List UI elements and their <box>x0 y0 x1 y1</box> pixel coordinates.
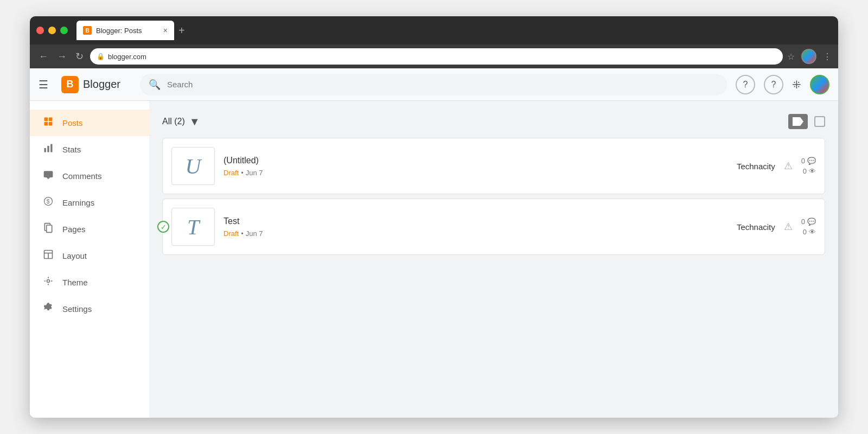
tab-title: Blogger: Posts <box>96 27 142 35</box>
sidebar: Posts Stats Comments $ <box>30 101 149 418</box>
hamburger-menu-icon[interactable]: ☰ <box>39 78 48 91</box>
filter-dropdown[interactable]: All (2) ▼ <box>162 116 200 128</box>
sidebar-item-layout[interactable]: Layout <box>30 242 149 269</box>
address-bar[interactable]: 🔒 blogger.com <box>90 48 783 65</box>
post-date-2: Jun 7 <box>246 229 263 238</box>
label-button[interactable] <box>788 114 808 129</box>
comments-stat-1: 0 💬 <box>801 157 816 165</box>
minimize-window-button[interactable] <box>48 27 56 34</box>
sidebar-item-earnings[interactable]: $ Earnings <box>30 189 149 216</box>
svg-rect-0 <box>44 118 48 122</box>
url-display: blogger.com <box>108 53 146 61</box>
posts-icon <box>43 116 54 130</box>
sidebar-item-pages[interactable]: Pages <box>30 216 149 242</box>
post-meta-sep-1: • <box>241 169 244 177</box>
post-date-1: Jun 7 <box>246 169 263 177</box>
active-tab[interactable]: B Blogger: Posts × <box>76 21 174 40</box>
post-meta-sep-2: • <box>241 229 244 238</box>
filter-right <box>788 114 825 129</box>
svg-text:$: $ <box>47 199 50 205</box>
select-all-checkbox[interactable] <box>814 116 825 127</box>
sidebar-pages-label: Pages <box>62 225 86 234</box>
blogger-icon: B <box>61 76 79 93</box>
table-row: ✓ T Test Draft • Jun 7 <box>162 199 825 255</box>
apps-grid-icon[interactable]: ⁜ <box>792 78 801 91</box>
post-blog-1: Technacity <box>737 162 775 171</box>
svg-marker-17 <box>793 117 803 126</box>
comments-icon <box>43 169 54 183</box>
sidebar-settings-label: Settings <box>62 304 92 314</box>
search-input[interactable] <box>167 80 718 89</box>
svg-rect-3 <box>49 122 53 126</box>
new-tab-button[interactable]: + <box>178 24 185 37</box>
post-meta-2: Draft • Jun 7 <box>224 229 728 238</box>
post-thumbnail-2: T <box>171 208 215 246</box>
post-title-1[interactable]: (Untitled) <box>224 156 728 165</box>
theme-icon <box>43 276 54 289</box>
sidebar-item-settings[interactable]: Settings <box>30 296 149 322</box>
blogger-logo: B Blogger <box>61 76 120 93</box>
filter-label: All (2) <box>162 117 185 126</box>
user-avatar-nav[interactable] <box>801 49 816 64</box>
tab-favicon: B <box>83 26 92 35</box>
sidebar-item-comments[interactable]: Comments <box>30 163 149 189</box>
post-right-1: Technacity ⚠ 0 💬 0 👁 <box>737 157 816 175</box>
svg-point-16 <box>47 280 50 283</box>
sidebar-item-posts[interactable]: Posts <box>30 110 149 136</box>
svg-rect-5 <box>47 146 49 152</box>
fullscreen-window-button[interactable] <box>60 27 68 34</box>
sidebar-item-theme[interactable]: Theme <box>30 269 149 296</box>
views-stat-2: 0 👁 <box>803 228 816 236</box>
search-bar[interactable]: 🔍 <box>140 74 727 95</box>
views-count-2: 0 <box>803 228 807 236</box>
sidebar-item-stats[interactable]: Stats <box>30 136 149 163</box>
svg-rect-4 <box>44 148 46 152</box>
views-stat-1: 0 👁 <box>803 167 816 175</box>
svg-rect-12 <box>47 225 52 232</box>
settings-icon <box>43 302 54 316</box>
sidebar-earnings-label: Earnings <box>62 198 94 207</box>
stats-icon <box>43 143 54 156</box>
comments-stat-2: 0 💬 <box>801 218 816 226</box>
svg-rect-7 <box>44 171 53 177</box>
layout-icon <box>43 249 54 263</box>
post-status-2: Draft <box>224 229 239 238</box>
pages-icon <box>43 222 54 236</box>
sidebar-posts-label: Posts <box>62 118 83 127</box>
eye-icon-1: 👁 <box>809 167 816 175</box>
reload-button[interactable]: ↻ <box>73 48 86 65</box>
sidebar-comments-label: Comments <box>62 171 102 181</box>
post-blog-2: Technacity <box>737 222 775 232</box>
warning-icon-1: ⚠ <box>784 160 793 172</box>
back-button[interactable]: ← <box>36 49 50 65</box>
close-window-button[interactable] <box>36 27 44 34</box>
help-icon[interactable]: ? <box>764 75 783 94</box>
sidebar-theme-label: Theme <box>62 278 88 287</box>
post-info-1: (Untitled) Draft • Jun 7 <box>224 156 728 177</box>
post-right-2: Technacity ⚠ 0 💬 0 👁 <box>737 218 816 236</box>
comment-icon-1: 💬 <box>807 157 816 165</box>
bookmark-icon[interactable]: ☆ <box>787 52 795 62</box>
filter-caret-icon: ▼ <box>189 116 200 128</box>
post-stats-2: 0 💬 0 👁 <box>801 218 816 236</box>
selected-check-overlay: ✓ <box>157 221 169 233</box>
post-title-2[interactable]: Test <box>224 216 728 226</box>
warning-icon-2: ⚠ <box>784 221 793 233</box>
comments-count-2: 0 <box>801 218 805 226</box>
lock-icon: 🔒 <box>97 53 105 60</box>
svg-rect-1 <box>49 118 53 122</box>
content-area: All (2) ▼ U <box>149 101 838 418</box>
svg-rect-2 <box>44 122 48 126</box>
more-options-icon[interactable]: ⋮ <box>823 52 832 62</box>
views-count-1: 0 <box>803 167 807 175</box>
tab-close-button[interactable]: × <box>163 26 168 35</box>
app-header: ☰ B Blogger 🔍 ? ? ⁜ <box>30 68 838 101</box>
post-info-2: Test Draft • Jun 7 <box>224 216 728 238</box>
blogger-name: Blogger <box>83 78 120 91</box>
browser-nav: ← → ↻ 🔒 blogger.com ☆ ⋮ <box>30 44 838 68</box>
forward-button[interactable]: → <box>55 49 69 65</box>
user-avatar-header[interactable] <box>810 75 829 94</box>
help-circle-icon[interactable]: ? <box>736 75 755 94</box>
post-stats-1: 0 💬 0 👁 <box>801 157 816 175</box>
sidebar-layout-label: Layout <box>62 251 87 260</box>
